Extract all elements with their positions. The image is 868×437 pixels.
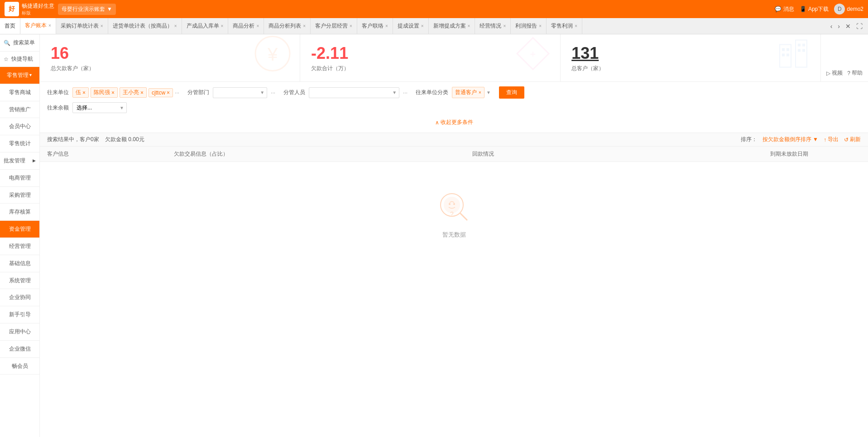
person-more-button[interactable]: ··· — [403, 90, 408, 96]
unit-tag-chen[interactable]: 陈民强 × — [91, 87, 118, 98]
sidebar-item-inventory[interactable]: 库存核算 — [0, 204, 39, 221]
sidebar-item-app-center[interactable]: 应用中心 — [0, 323, 39, 341]
close-icon[interactable]: × — [101, 24, 103, 28]
refresh-button[interactable]: ↺ 刷新 — [844, 136, 861, 143]
tab-add-commission[interactable]: 新增提成方案 × — [429, 18, 475, 34]
close-icon[interactable]: × — [468, 24, 470, 28]
sidebar-item-retail-mall[interactable]: 零售商城 — [0, 84, 39, 101]
tab-product-analysis-list[interactable]: 商品分析列表 × — [264, 18, 311, 34]
sidebar-item-wholesale[interactable]: 批发管理 ▶ — [0, 152, 39, 170]
top-bar: 好 畅捷通好生意 标版 母婴行业演示账套 ▼ 💬 消息 📱 App下载 D de… — [0, 0, 868, 18]
more-tags-button[interactable]: ··· — [175, 90, 179, 96]
sidebar-item-ecommerce[interactable]: 电商管理 — [0, 170, 39, 187]
remove-tag-wu[interactable]: × — [82, 90, 86, 96]
sidebar-item-basic-info[interactable]: 基础信息 — [0, 255, 39, 272]
search-icon: 🔍 — [4, 40, 10, 46]
dept-select-wrapper: ▼ — [213, 87, 267, 98]
sidebar-item-retail-stats[interactable]: 零售统计 — [0, 135, 39, 152]
remove-tag-wang[interactable]: × — [140, 90, 144, 96]
tab-commission-settings[interactable]: 提成设置 × — [393, 18, 429, 34]
unit-tag-cjttcw[interactable]: cjttcw × — [149, 88, 173, 97]
close-icon[interactable]: × — [221, 24, 224, 28]
sidebar-item-member-center[interactable]: 会员中心 — [0, 118, 39, 135]
tab-product-analysis[interactable]: 商品分析 × — [228, 18, 264, 34]
message-icon: 💬 — [775, 6, 782, 12]
stat-value-debt-customers: 16 — [51, 43, 289, 63]
close-icon[interactable]: × — [539, 24, 542, 28]
collapse-button[interactable]: ∧ 收起更多条件 — [435, 119, 473, 126]
svg-rect-12 — [802, 49, 805, 52]
unit-tag-wu[interactable]: 伍 × — [72, 87, 89, 98]
tab-profit-report[interactable]: 利润报告 × — [511, 18, 547, 34]
sidebar-item-enterprise-collab[interactable]: 企业协同 — [0, 289, 39, 306]
unit-tag-wang[interactable]: 王小亮 × — [120, 87, 147, 98]
diamond-bg-icon: + — [515, 36, 551, 72]
sidebar-item-purchase[interactable]: 采购管理 — [0, 187, 39, 204]
close-icon[interactable]: × — [350, 24, 352, 28]
sidebar-item-wechat[interactable]: 企业微信 — [0, 341, 39, 358]
sidebar-item-finance[interactable]: 资金管理 — [0, 221, 39, 238]
sort-value[interactable]: 按欠款金额倒序排序 ▼ — [762, 136, 818, 143]
account-selector[interactable]: 母婴行业演示账套 ▼ — [58, 4, 116, 15]
tab-customer-contact[interactable]: 客户联络 × — [357, 18, 393, 34]
video-help-button[interactable]: ▷ 视频 — [826, 69, 843, 77]
chevron-up-icon: ∧ — [435, 119, 439, 126]
tab-purchase-stats[interactable]: 进货单统计表（按商品） × — [108, 18, 182, 34]
sidebar-item-operation[interactable]: 经营管理 — [0, 238, 39, 255]
remove-tag-cjttcw[interactable]: × — [167, 90, 170, 96]
sidebar-item-new-guide[interactable]: 新手引导 — [0, 306, 39, 323]
nav-close-all-icon[interactable]: ✕ — [844, 22, 853, 31]
dept-select[interactable] — [213, 87, 267, 98]
close-icon[interactable]: × — [256, 24, 259, 28]
help-button[interactable]: ? 帮助 — [847, 69, 863, 77]
svg-rect-6 — [786, 48, 789, 51]
sidebar-item-system[interactable]: 系统管理 — [0, 272, 39, 290]
nav-next-icon[interactable]: › — [836, 22, 842, 31]
tab-label: 采购订单统计表 — [61, 22, 99, 30]
svg-point-15 — [449, 203, 451, 205]
query-button[interactable]: 查询 — [499, 86, 524, 99]
close-icon[interactable]: × — [48, 23, 51, 28]
export-button[interactable]: ↑ 导出 — [824, 136, 839, 143]
remove-unit-class-icon[interactable]: × — [479, 90, 481, 95]
tab-label: 商品分析 — [233, 22, 254, 30]
tab-product-instock[interactable]: 产成品入库单 × — [182, 18, 229, 34]
svg-text:?: ? — [450, 210, 454, 218]
close-icon[interactable]: × — [421, 24, 424, 28]
message-button[interactable]: 💬 消息 — [775, 5, 794, 13]
tab-operation[interactable]: 经营情况 × — [475, 18, 511, 34]
sidebar-item-marketing[interactable]: 营销推广 — [0, 101, 39, 119]
close-icon[interactable]: × — [503, 24, 506, 28]
sidebar-item-retail-management[interactable]: 零售管理 ▼ — [0, 67, 39, 84]
app-download-button[interactable]: 📱 App下载 — [800, 5, 829, 13]
tab-purchase-order[interactable]: 采购订单统计表 × — [56, 18, 108, 34]
stat-value-debt-amount: -2.11 — [311, 43, 549, 63]
close-icon[interactable]: × — [174, 24, 177, 28]
tab-customer-ledger[interactable]: 客户账本 × — [20, 18, 56, 34]
remove-tag-chen[interactable]: × — [111, 90, 115, 96]
person-select[interactable] — [309, 87, 399, 98]
tab-label: 进货单统计表（按商品） — [113, 22, 173, 30]
tab-retail-profit[interactable]: 零售利润 × — [547, 18, 582, 34]
sidebar-item-member[interactable]: 畅会员 — [0, 358, 39, 375]
chevron-down-icon[interactable]: ▼ — [486, 90, 491, 95]
svg-text:+: + — [530, 48, 536, 60]
balance-select-wrapper: 选择... ▼ — [72, 102, 127, 113]
tab-customer-layering[interactable]: 客户分层经营 × — [311, 18, 357, 34]
nav-prev-icon[interactable]: ‹ — [829, 22, 834, 31]
stat-label-total-customers: 总客户（家） — [571, 65, 810, 72]
user-menu[interactable]: D demo2 — [834, 4, 863, 14]
balance-select[interactable]: 选择... — [72, 102, 127, 113]
close-icon[interactable]: × — [385, 24, 388, 28]
close-icon[interactable]: × — [575, 24, 577, 28]
person-filter-label: 分管人员 — [283, 89, 305, 96]
sidebar-quick-nav[interactable]: ☆ 快捷导航 — [0, 52, 39, 67]
close-icon[interactable]: × — [303, 24, 306, 28]
dept-more-button[interactable]: ··· — [271, 90, 275, 96]
download-icon: 📱 — [800, 6, 806, 12]
tab-home[interactable]: 首页 — [0, 18, 20, 34]
unit-class-tag[interactable]: 普通客户 × — [452, 87, 484, 98]
col-repayment: 回款情况 — [472, 150, 771, 158]
sidebar-search[interactable]: 🔍 搜索菜单 — [0, 34, 39, 52]
nav-expand-icon[interactable]: ⛶ — [854, 22, 864, 31]
